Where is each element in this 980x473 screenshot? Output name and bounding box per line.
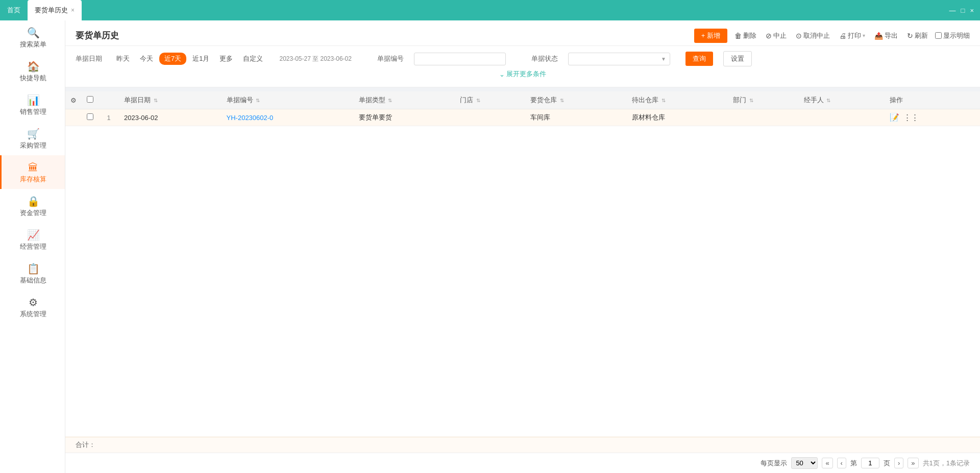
sidebar-item-ops-mgmt-label: 经营管理 [20,242,46,251]
col-doc-type[interactable]: 单据类型 ⇅ [354,91,455,109]
sidebar-item-search-menu[interactable]: 🔍 搜索菜单 [0,20,65,54]
ops-mgmt-icon: 📈 [27,230,40,240]
export-label: 导出 [885,31,898,40]
page-suffix: 页 [884,459,890,468]
close-btn[interactable]: × [970,7,974,14]
minimize-btn[interactable]: — [949,7,956,14]
date-filter-buttons: 昨天 今天 近7天 近1月 更多 自定义 [112,53,267,65]
page-number-input[interactable] [861,458,879,468]
sidebar-item-sales-mgmt[interactable]: 📊 销售管理 [0,88,65,122]
content-area: 要货单历史 + 新增 🗑 删除 ⊘ 中止 ⊙ 取消中止 🖨 打印 [65,20,980,473]
row-store [455,109,525,126]
col-store[interactable]: 门店 ⇅ [455,91,525,109]
refresh-icon: ↻ [907,32,913,40]
refresh-button[interactable]: ↻ 刷新 [905,30,930,41]
sidebar-item-ops-mgmt[interactable]: 📈 经营管理 [0,223,65,256]
sidebar-item-inventory-label: 库存核算 [20,175,46,184]
delete-button[interactable]: 🗑 删除 [732,30,758,41]
date-btn-yesterday[interactable]: 昨天 [112,53,134,65]
settings-button[interactable]: 设置 [723,51,752,66]
row-setting [65,109,82,126]
inventory-icon: 🏛 [28,162,38,173]
col-handler[interactable]: 经手人 ⇅ [799,91,885,109]
refresh-label: 刷新 [915,31,928,40]
date-btn-last7[interactable]: 近7天 [159,53,186,65]
sidebar-item-sys-mgmt[interactable]: ⚙ 系统管理 [0,290,65,324]
sidebar-item-purchase-mgmt[interactable]: 🛒 采购管理 [0,122,65,155]
first-page-btn[interactable]: « [822,458,832,468]
status-select-wrapper [568,53,670,65]
export-icon: 📤 [874,32,883,40]
sidebar-item-basic-info[interactable]: 📋 基础信息 [0,256,65,290]
print-label: 打印 [848,31,861,40]
row-checkbox[interactable] [87,113,93,120]
date-btn-today[interactable]: 今天 [136,53,157,65]
data-table: ⚙ 单据日期 ⇅ 单据编号 ⇅ 单据类型 ⇅ 门店 ⇅ 要货仓库 ⇅ 待出仓库 … [65,91,980,126]
prev-page-btn[interactable]: ‹ [837,458,846,468]
row-num: 1 [99,109,119,126]
sidebar-item-basic-info-label: 基础信息 [20,276,46,285]
col-dept[interactable]: 部门 ⇅ [728,91,798,109]
display-detail-checkbox[interactable] [935,32,942,39]
print-icon: 🖨 [839,32,846,40]
display-detail-toggle[interactable]: 显示明细 [935,31,970,40]
doc-no-link[interactable]: YH-20230602-0 [227,114,274,122]
window-controls: — □ × [949,7,980,14]
select-all-checkbox[interactable] [87,96,93,103]
search-menu-icon: 🔍 [27,28,40,38]
query-button[interactable]: 查询 [685,52,713,66]
row-edit-icon[interactable]: 📝 [890,113,899,122]
sidebar-item-purchase-mgmt-label: 采购管理 [20,141,46,150]
total-label: 合计： [76,441,95,448]
suspend-icon: ⊘ [766,32,772,40]
col-pending-warehouse[interactable]: 待出仓库 ⇅ [627,91,728,109]
status-select[interactable] [568,53,670,65]
next-page-btn[interactable]: › [894,458,903,468]
col-doc-no[interactable]: 单据编号 ⇅ [222,91,354,109]
print-button[interactable]: 🖨 打印 ▾ [837,30,867,41]
sidebar-item-inventory[interactable]: 🏛 库存核算 [0,155,65,189]
date-btn-last-month[interactable]: 近1月 [188,53,213,65]
row-date: 2023-06-02 [119,109,222,126]
date-btn-more[interactable]: 更多 [215,53,237,65]
delete-icon: 🗑 [734,32,742,40]
table-header: ⚙ 单据日期 ⇅ 单据编号 ⇅ 单据类型 ⇅ 门店 ⇅ 要货仓库 ⇅ 待出仓库 … [65,91,980,109]
pagination: 每页显示 20 50 100 « ‹ 第 页 › » 共1页，1条记录 [65,453,980,473]
date-btn-custom[interactable]: 自定义 [239,53,267,65]
per-page-select[interactable]: 20 50 100 [791,457,818,469]
col-req-warehouse[interactable]: 要货仓库 ⇅ [525,91,627,109]
table-footer: 合计： [65,437,980,453]
page-label: 第 [850,459,857,468]
sidebar-item-finance[interactable]: 🔒 资金管理 [0,189,65,223]
row-check [82,109,99,126]
tab-close-icon[interactable]: × [71,7,75,14]
sidebar-item-sales-mgmt-label: 销售管理 [20,107,46,116]
page-header: 要货单历史 + 新增 🗑 删除 ⊘ 中止 ⊙ 取消中止 🖨 打印 [65,20,980,46]
table-body: 1 2023-06-02 YH-20230602-0 要货单要货 车间库 原材料… [65,109,980,126]
finance-icon: 🔒 [27,196,40,206]
doc-num-input[interactable] [414,53,506,65]
top-bar: 首页 要货单历史 × — □ × [0,0,980,20]
expand-more-btn[interactable]: ⌄ 展开更多条件 [499,69,546,79]
tab-requisition-history[interactable]: 要货单历史 × [28,0,82,20]
col-check [82,91,99,109]
page-title: 要货单历史 [76,30,119,41]
sidebar-item-finance-label: 资金管理 [20,208,46,218]
col-setting[interactable]: ⚙ [65,91,82,109]
cancel-suspend-button[interactable]: ⊙ 取消中止 [794,30,832,41]
col-date[interactable]: 单据日期 ⇅ [119,91,222,109]
export-button[interactable]: 📤 导出 [872,30,900,41]
sidebar-item-quick-nav[interactable]: 🏠 快捷导航 [0,54,65,88]
sys-mgmt-icon: ⚙ [29,297,38,308]
last-page-btn[interactable]: » [908,458,918,468]
print-dropdown-icon: ▾ [863,33,865,38]
suspend-button[interactable]: ⊘ 中止 [764,30,789,41]
row-more-icon[interactable]: ⋮⋮ [903,113,919,122]
display-detail-label: 显示明细 [943,31,970,40]
maximize-btn[interactable]: □ [961,7,965,14]
tab-home[interactable]: 首页 [0,0,28,20]
row-actions: 📝 ⋮⋮ [885,109,980,126]
new-button[interactable]: + 新增 [694,29,727,43]
col-num [99,91,119,109]
table-container: ⚙ 单据日期 ⇅ 单据编号 ⇅ 单据类型 ⇅ 门店 ⇅ 要货仓库 ⇅ 待出仓库 … [65,91,980,437]
